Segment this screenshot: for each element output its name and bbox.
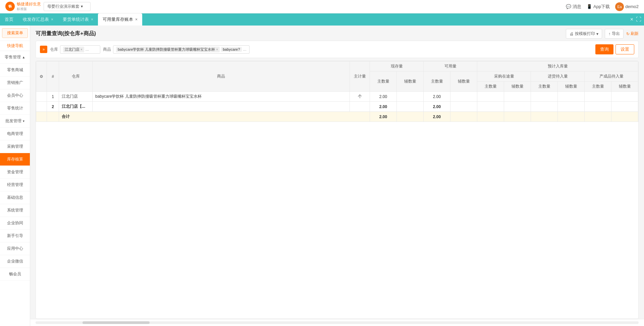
sidebar-item-finance-mgmt[interactable]: 资金管理 [0, 166, 30, 179]
sidebar-item-wholesale-mgmt[interactable]: 批发管理 ▾ [0, 115, 30, 128]
warehouse-filter-input[interactable]: 江北门店 × ... [60, 45, 100, 54]
goods-filter-input[interactable]: babycare学饮杯 儿童防摔防撞吸管杯重力球吸嘴杯宝宝水杯 × babyca… [113, 45, 250, 54]
sidebar-member-pro-label: 畅会员 [9, 271, 21, 277]
print-template-label: 按模板打印 [575, 31, 595, 37]
cell-goods-in-aux [558, 92, 585, 102]
subtotal-warehouse: 江北门店【... [59, 102, 93, 112]
sidebar-item-member-center[interactable]: 会员中心 [0, 89, 30, 102]
goods-tag-1-text: babycare学饮杯 儿童防摔防撞吸管杯重力球吸嘴杯宝宝水杯 [118, 47, 215, 52]
sidebar-finance-label: 资金管理 [7, 169, 23, 175]
sidebar-item-retail-store[interactable]: 零售商城 [0, 64, 30, 77]
subtotal-p3 [531, 102, 558, 112]
filter-expand-btn[interactable]: » [40, 46, 47, 53]
sidebar-item-app-center[interactable]: 应用中心 [0, 242, 30, 255]
avatar: Ea [615, 2, 624, 11]
tab-order-stats-label: 要货单统计表 [63, 16, 89, 22]
sidebar-item-new-guide[interactable]: 新手引导 [0, 230, 30, 242]
cell-goods-in-main [531, 92, 558, 102]
th-planned-in-group: 预计入库量 [477, 61, 638, 72]
tab-available-stock[interactable]: 可用量库存账本 × [98, 13, 142, 26]
print-icon: 🖨 [570, 32, 574, 36]
sidebar-retail-store-label: 零售商城 [7, 67, 23, 73]
query-btn[interactable]: 查询 [595, 44, 613, 54]
goods-tag-1-close-icon[interactable]: × [216, 48, 218, 51]
sidebar-item-enterprise-wechat[interactable]: 企业微信 [0, 255, 30, 268]
sidebar-item-basic-info[interactable]: 基础信息 [0, 191, 30, 204]
subtotal-row: 2 江北门店【... 2.00 2.00 [36, 102, 638, 112]
sidebar-item-member-pro[interactable]: 畅会员 [0, 268, 30, 281]
search-menu-btn[interactable]: 搜索菜单 [2, 28, 28, 38]
warehouse-more-icon[interactable]: ... [86, 47, 89, 52]
industry-label: 母婴行业演示账套 [47, 4, 79, 9]
quick-nav-btn[interactable]: 快捷导航 [0, 41, 30, 51]
th-goods-incoming: 进货待入量 [531, 72, 585, 82]
sidebar-item-purchase-mgmt[interactable]: 采购管理 [0, 140, 30, 153]
sidebar-member-center-label: 会员中心 [7, 93, 23, 98]
sidebar-item-retail-mgmt[interactable]: 零售管理 ▲ [0, 51, 30, 64]
sidebar-item-inventory-check[interactable]: 库存核算 [0, 153, 30, 166]
username: demo2 [625, 4, 639, 9]
total-p2 [504, 112, 531, 122]
message-btn[interactable]: 💬 消息 [566, 4, 581, 10]
subtotal-p2 [504, 102, 531, 112]
sidebar: 搜索菜单 快捷导航 零售管理 ▲ 零售商城 营销推广 会员中心 零售统计 批发管… [0, 26, 30, 326]
sidebar-app-center-label: 应用中心 [7, 246, 23, 251]
warehouse-filter: 仓库 江北门店 × ... [50, 45, 100, 54]
sidebar-item-retail-stats[interactable]: 零售统计 [0, 102, 30, 115]
total-current-main: 2.00 [370, 112, 397, 122]
tab-home[interactable]: 首页 [0, 13, 18, 26]
goods-tag-1: babycare学饮杯 儿童防摔防撞吸管杯重力球吸嘴杯宝宝水杯 × [116, 47, 220, 52]
sidebar-wholesale-arrow: ▾ [23, 119, 24, 123]
th-purchase-in-transit: 采购在途量 [477, 72, 531, 82]
th-main-unit: 主计量 [350, 61, 370, 92]
subtotal-avail-main: 2.00 [424, 102, 450, 112]
total-avail-aux [450, 112, 477, 122]
th-available-group: 可用量 [424, 61, 477, 72]
cell-production-main [585, 92, 611, 102]
tab-income-expense[interactable]: 收发存汇总表 × [18, 13, 58, 26]
sidebar-retail-stats-label: 零售统计 [7, 105, 23, 111]
sidebar-item-ecommerce-mgmt[interactable]: 电商管理 [0, 128, 30, 140]
export-btn[interactable]: ↑ 导出 [605, 29, 624, 39]
data-table: ⚙ # 仓库 商品 主计量 现存量 可用量 预计入库量 主数量 辅数量 主数量 … [36, 61, 638, 122]
refresh-btn[interactable]: ↻ 刷新 [626, 31, 639, 37]
th-goods: 商品 [93, 61, 350, 92]
sidebar-system-label: 系统管理 [7, 207, 23, 213]
sidebar-basic-info-label: 基础信息 [7, 195, 23, 200]
warehouse-tag-close-icon[interactable]: × [80, 48, 83, 51]
sidebar-item-marketing[interactable]: 营销推广 [0, 77, 30, 89]
subtotal-current-aux [397, 102, 424, 112]
th-index: # [47, 61, 59, 92]
industry-selector[interactable]: 母婴行业演示账套 ▾ [44, 2, 91, 11]
scrollbar-thumb[interactable] [83, 321, 150, 324]
close-all-tabs-btn[interactable]: × [630, 16, 633, 22]
th-settings[interactable]: ⚙ [36, 61, 47, 92]
app-download-btn[interactable]: 📱 App下载 [587, 4, 610, 10]
tab-order-stats[interactable]: 要货单统计表 × [58, 13, 98, 26]
sidebar-item-system-mgmt[interactable]: 系统管理 [0, 204, 30, 217]
th-purchase-aux: 辅数量 [504, 82, 531, 92]
warehouse-filter-label: 仓库 [50, 47, 58, 52]
tab-order-stats-close[interactable]: × [91, 17, 93, 22]
setting-btn[interactable]: 设置 [615, 44, 634, 54]
sidebar-ecommerce-label: 电商管理 [7, 131, 23, 137]
print-template-btn[interactable]: 🖨 按模板打印 ▾ [566, 29, 602, 39]
refresh-icon: ↻ [626, 32, 630, 36]
sidebar-new-guide-label: 新手引导 [7, 233, 23, 239]
scrollbar-track[interactable] [36, 321, 639, 324]
sidebar-item-enterprise-collab[interactable]: 企业协同 [0, 217, 30, 230]
goods-more-icon[interactable]: ... [243, 47, 247, 52]
page-header: 可用量查询(按仓库+商品) 🖨 按模板打印 ▾ ↑ 导出 ↻ 刷新 [30, 26, 644, 41]
sidebar-inventory-label: 库存核算 [7, 156, 23, 162]
top-bar: 畅 畅捷通好生意 标准版 母婴行业演示账套 ▾ 💬 消息 📱 App下载 Ea … [0, 0, 644, 13]
th-current-aux: 辅数量 [397, 72, 424, 92]
th-avail-main: 主数量 [424, 72, 450, 92]
total-p3 [531, 112, 558, 122]
page-title: 可用量查询(按仓库+商品) [36, 30, 96, 37]
tab-available-stock-close[interactable]: × [135, 17, 138, 22]
tab-bar: 首页 收发存汇总表 × 要货单统计表 × 可用量库存账本 × × ⛶ [0, 13, 644, 26]
expand-tabs-btn[interactable]: ⛶ [636, 16, 641, 22]
user-profile[interactable]: Ea demo2 [615, 2, 639, 11]
tab-income-expense-close[interactable]: × [51, 17, 53, 22]
sidebar-item-operation-mgmt[interactable]: 经营管理 [0, 179, 30, 191]
